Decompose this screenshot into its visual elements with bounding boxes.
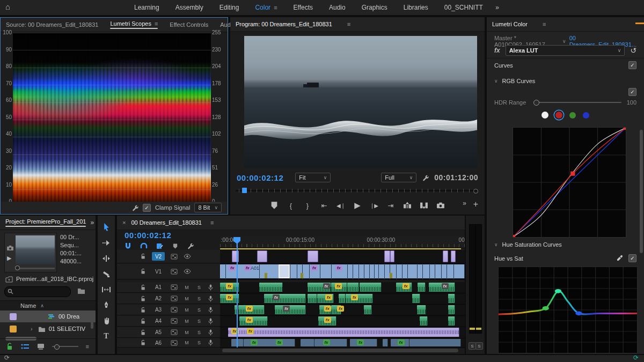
track-lane-V2[interactable] bbox=[220, 250, 465, 264]
fx-badge[interactable]: fx bbox=[229, 265, 236, 271]
track-lane-A5[interactable]: fxfx bbox=[220, 327, 465, 338]
workspace-tab-assembly[interactable]: Assembly bbox=[175, 4, 203, 11]
program-video-frame[interactable] bbox=[244, 36, 477, 168]
export-frame-icon[interactable] bbox=[436, 201, 445, 210]
timeline-settings-icon[interactable] bbox=[156, 243, 164, 249]
track-header-V1[interactable]: V1 bbox=[117, 264, 220, 279]
track-lane-A6[interactable]: fxfxfxfxfx bbox=[220, 338, 465, 348]
track-lane-V1[interactable]: fxfxfxfxA01 bbox=[220, 264, 465, 280]
slip-tool[interactable] bbox=[100, 284, 112, 295]
slider-knob[interactable] bbox=[533, 100, 539, 106]
panel-scrollbar[interactable] bbox=[640, 130, 643, 253]
close-sequence-icon[interactable]: × bbox=[122, 219, 126, 226]
audio-clip[interactable] bbox=[314, 339, 347, 346]
sync-lock-icon[interactable] bbox=[171, 254, 178, 260]
track-name-A2[interactable]: A2 bbox=[152, 294, 165, 303]
label-color-swatch[interactable] bbox=[10, 326, 17, 333]
ripple-edit-tool[interactable] bbox=[100, 253, 112, 264]
rgb-curves-checkbox[interactable]: ✓ bbox=[628, 88, 636, 96]
fx-badge[interactable]: fx bbox=[325, 294, 332, 300]
audio-clip[interactable] bbox=[383, 339, 388, 346]
fx-badge[interactable]: fx bbox=[226, 294, 233, 300]
video-clip[interactable] bbox=[390, 250, 394, 262]
audio-clip[interactable] bbox=[275, 305, 306, 314]
track-header-A5[interactable]: A5MS bbox=[117, 327, 220, 338]
audio-clip[interactable] bbox=[420, 316, 428, 326]
track-lock-icon[interactable] bbox=[141, 307, 146, 313]
project-tab[interactable]: Project: PremierePro_Fall_201 bbox=[5, 218, 86, 227]
track-lock-icon[interactable] bbox=[141, 295, 146, 302]
audio-clip[interactable] bbox=[417, 305, 426, 314]
lift-icon[interactable] bbox=[403, 201, 412, 210]
track-name-V2[interactable]: V2 bbox=[152, 252, 165, 261]
fx-badge[interactable]: fx bbox=[246, 306, 253, 312]
scopes-tab[interactable]: Lumetri Scopes≡ bbox=[110, 20, 158, 29]
track-lock-icon[interactable] bbox=[141, 329, 146, 336]
video-clip[interactable] bbox=[443, 250, 448, 262]
workspace-tab-editing[interactable]: Editing bbox=[219, 4, 239, 11]
mute-button[interactable]: M bbox=[184, 319, 190, 324]
workspace-overflow-icon[interactable]: » bbox=[495, 4, 499, 11]
lut-dropdown[interactable]: Alexa LUT∨ bbox=[506, 45, 625, 56]
step-back-icon[interactable]: ◀❘ bbox=[336, 201, 345, 210]
track-header-A6[interactable]: A6MS bbox=[117, 338, 220, 348]
step-forward-icon[interactable]: ❘▶ bbox=[370, 201, 378, 210]
track-select-forward-tool[interactable] bbox=[100, 238, 112, 248]
curves-section-label[interactable]: Curves bbox=[494, 62, 513, 69]
fx-badge[interactable]: fx bbox=[251, 339, 258, 345]
voiceover-record-icon[interactable] bbox=[208, 329, 213, 336]
new-bin-icon[interactable] bbox=[77, 287, 85, 294]
project-item-row[interactable]: 00 Drea bbox=[0, 311, 96, 322]
play-icon[interactable]: ▶ bbox=[353, 201, 362, 210]
sort-ascending-icon[interactable]: ∧ bbox=[40, 303, 44, 308]
sync-lock-icon[interactable] bbox=[171, 329, 178, 335]
type-tool[interactable]: T bbox=[100, 331, 112, 342]
mute-button[interactable]: M bbox=[184, 285, 190, 290]
panel-menu-icon[interactable]: ≡ bbox=[347, 21, 350, 27]
audio-clip[interactable] bbox=[264, 294, 306, 303]
track-lane-A2[interactable]: fxfxfxfx bbox=[220, 293, 465, 305]
icon-view-icon[interactable] bbox=[37, 343, 45, 350]
pen-tool[interactable] bbox=[100, 300, 112, 311]
fx-badge[interactable]: fx bbox=[323, 339, 330, 345]
workspace-tab-learning[interactable]: Learning bbox=[134, 4, 159, 11]
fx-badge[interactable]: fx bbox=[357, 339, 364, 345]
voiceover-record-icon[interactable] bbox=[208, 339, 213, 346]
workspace-tab-effects[interactable]: Effects bbox=[294, 4, 313, 11]
name-column-header[interactable]: Name bbox=[20, 302, 36, 309]
toggle-track-output-icon[interactable] bbox=[184, 254, 191, 259]
track-header-A3[interactable]: A3MS bbox=[117, 305, 220, 315]
sync-lock-icon[interactable] bbox=[171, 295, 178, 301]
fx-badge[interactable]: fx bbox=[283, 306, 290, 312]
track-header-A4[interactable]: A4MS bbox=[117, 316, 220, 327]
voiceover-record-icon[interactable] bbox=[208, 284, 213, 291]
clamp-signal-checkbox[interactable]: ✓ bbox=[143, 204, 151, 212]
fx-badge[interactable]: fx bbox=[246, 317, 253, 323]
panel-menu-icon[interactable]: ≡ bbox=[543, 21, 546, 27]
audio-clip[interactable] bbox=[360, 283, 382, 292]
video-clip[interactable] bbox=[384, 250, 390, 262]
wrench-icon[interactable] bbox=[131, 204, 138, 211]
timeline-ruler[interactable]: :00:0000:00:15:0000:00:30:0000: bbox=[220, 236, 465, 248]
curves-enabled-checkbox[interactable]: ✓ bbox=[628, 61, 636, 69]
green-channel-dot[interactable] bbox=[569, 112, 576, 119]
sync-status-icon[interactable]: ⟳ bbox=[4, 354, 10, 361]
solo-button[interactable]: S bbox=[196, 307, 202, 313]
fx-badge[interactable]: fx bbox=[247, 328, 254, 334]
timeline-horizontal-scrollbar[interactable] bbox=[222, 349, 458, 352]
search-input[interactable] bbox=[4, 286, 71, 297]
razor-tool[interactable] bbox=[100, 269, 112, 279]
chevron-down-icon[interactable]: ∨ bbox=[494, 242, 498, 247]
lumetri-color-tab[interactable]: Lumetri Color bbox=[492, 21, 528, 27]
selection-tool[interactable] bbox=[100, 222, 112, 233]
fx-badge[interactable]: fx bbox=[398, 339, 405, 345]
sync-lock-icon[interactable] bbox=[171, 269, 178, 275]
fx-badge[interactable]: fx bbox=[226, 283, 233, 289]
track-lock-icon[interactable] bbox=[141, 318, 146, 324]
audio-clip[interactable] bbox=[301, 339, 314, 346]
red-channel-dot[interactable] bbox=[555, 112, 562, 119]
white-channel-dot[interactable] bbox=[541, 112, 548, 119]
audio-music-clip[interactable] bbox=[228, 328, 459, 337]
track-name-A6[interactable]: A6 bbox=[152, 338, 165, 347]
fx-badge[interactable]: fx bbox=[311, 265, 318, 271]
